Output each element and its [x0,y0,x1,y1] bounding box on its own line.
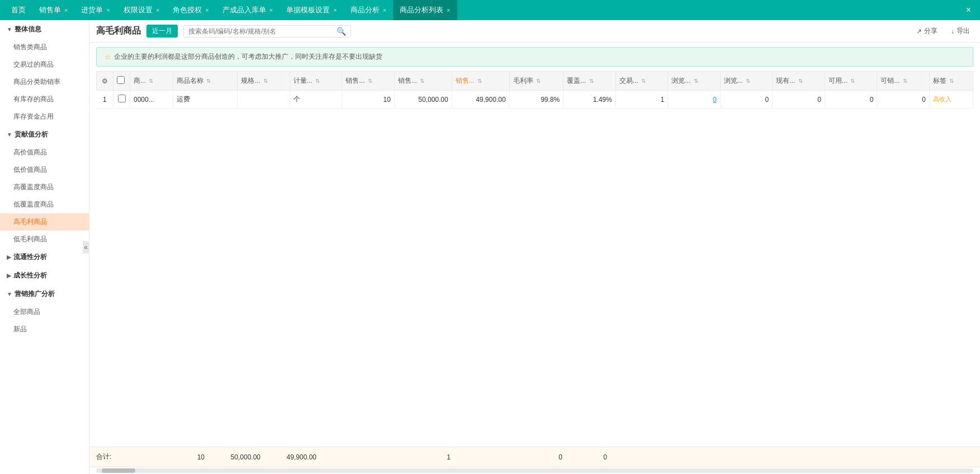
sidebar-section-marketing-label: 营销推广分析 [15,289,55,299]
col-saleable[interactable]: 可销... ⇅ [877,72,930,91]
col-checkbox[interactable] [113,72,130,91]
nav-permissions-close[interactable]: × [156,7,159,13]
sidebar-section-liquidity-arrow: ▶ [7,254,11,260]
footer-sales-qty: 10 [163,453,208,461]
sidebar-item-in-stock[interactable]: 有库存的商品 [0,91,89,108]
col-settings[interactable]: ⚙ [97,72,113,91]
search-input[interactable] [188,27,337,35]
nav-purchase-label: 进货单 [81,5,103,15]
data-table: ⚙ 商... ⇅ 商品名称 ⇅ 规格... ⇅ [96,71,973,109]
nav-sales[interactable]: 销售单 × [32,0,74,20]
nav-product-entry-label: 产成品入库单 [222,5,266,15]
sort-icon-sales-profit: ⇅ [477,78,482,84]
sidebar-section-liquidity[interactable]: ▶ 流通性分析 [0,248,89,266]
sidebar-section-contribution-label: 贡献值分析 [15,130,48,139]
col-available[interactable]: 可用... ⇅ [825,72,877,91]
sidebar-item-traded-goods[interactable]: 交易过的商品 [0,56,89,73]
search-icon[interactable]: 🔍 [337,27,346,36]
content-area: 高毛利商品 近一月 🔍 ↗ 分享 ↓ 导出 ☆ 企业的主要的利润都是这部分商品创… [89,20,980,474]
sidebar-item-low-value[interactable]: 低价值商品 [0,161,89,179]
nav-roles[interactable]: 角色授权 × [166,0,215,20]
col-trade[interactable]: 交易... ⇅ [616,72,668,91]
nav-permissions[interactable]: 权限设置 × [117,0,166,20]
col-coverage[interactable]: 覆盖... ⇅ [564,72,616,91]
sort-icon-view2: ⇅ [746,78,750,84]
table-container[interactable]: ⚙ 商... ⇅ 商品名称 ⇅ 规格... ⇅ [89,71,980,447]
nav-analysis[interactable]: 商品分析 × [344,0,393,20]
nav-sales-close[interactable]: × [64,7,68,13]
col-gross-rate[interactable]: 毛利率 ⇅ [509,72,564,91]
nav-permissions-label: 权限设置 [124,5,153,15]
nav-product-entry[interactable]: 产成品入库单 × [216,0,280,20]
col-sales-amount[interactable]: 销售... ⇅ [394,72,452,91]
col-name[interactable]: 商品名称 ⇅ [173,72,238,91]
col-unit[interactable]: 计量... ⇅ [290,72,342,91]
row-view1[interactable]: 0 [668,91,721,109]
nav-analysis-label: 商品分析 [351,5,380,15]
col-tag[interactable]: 标签 ⇅ [929,72,973,91]
top-navigation: 首页 销售单 × 进货单 × 权限设置 × 角色授权 × 产成品入库单 × 单据… [0,0,980,20]
sidebar-item-sales-goods[interactable]: 销售类商品 [0,39,89,56]
nav-roles-close[interactable]: × [205,7,209,13]
sidebar-section-growth[interactable]: ▶ 成长性分析 [0,266,89,285]
col-view1[interactable]: 浏览... ⇅ [668,72,721,91]
sidebar-item-low-margin[interactable]: 低毛利商品 [0,231,89,248]
col-current-stock[interactable]: 现有... ⇅ [773,72,825,91]
nav-analysis-list-close[interactable]: × [447,7,450,13]
sidebar-section-growth-arrow: ▶ [7,273,11,279]
sidebar-section-marketing[interactable]: ▼ 营销推广分析 [0,285,89,303]
sidebar-item-all-goods[interactable]: 全部商品 [0,303,89,321]
sort-icon-saleable: ⇅ [903,78,907,84]
share-icon: ↗ [916,27,922,35]
share-button[interactable]: ↗ 分享 [913,25,941,37]
row-index: 1 [97,91,113,109]
nav-analysis-close[interactable]: × [383,7,386,13]
col-code[interactable]: 商... ⇅ [130,72,173,91]
col-view2[interactable]: 浏览... ⇅ [720,72,773,91]
sidebar-section-growth-label: 成长性分析 [13,271,47,280]
table-body: 1 0000... 运费 个 10 50,000.00 49,900.00 99… [97,91,973,109]
bottom-scrollbar[interactable] [89,467,980,474]
row-view2: 0 [720,91,773,109]
nav-roles-label: 角色授权 [173,5,202,15]
sort-icon-name: ⇅ [206,78,211,84]
sidebar-item-low-coverage[interactable]: 低覆盖度商品 [0,196,89,213]
nav-purchase-close[interactable]: × [106,7,110,13]
sidebar-item-stock-capital[interactable]: 库存资金占用 [0,108,89,125]
sidebar-item-category-rate[interactable]: 商品分类助销率 [0,73,89,91]
sidebar-item-high-margin[interactable]: 高毛利商品 [0,213,89,231]
sort-icon-spec: ⇅ [263,78,268,84]
sidebar-collapse-button[interactable]: « [83,241,89,254]
nav-template[interactable]: 单据模板设置 × [280,0,343,20]
table-header-row: ⚙ 商... ⇅ 商品名称 ⇅ 规格... ⇅ [97,72,973,91]
footer-sales-profit: 49,900.00 [264,453,320,461]
footer-sales-amount: 50,000.00 [208,453,264,461]
sidebar-section-overall[interactable]: ▼ 整体信息 [0,20,89,39]
window-close-button[interactable]: × [962,5,976,15]
nav-product-entry-close[interactable]: × [269,7,273,13]
col-spec[interactable]: 规格... ⇅ [238,72,290,91]
export-icon: ↓ [951,27,954,35]
select-all-checkbox[interactable] [117,76,125,84]
sidebar-section-contribution[interactable]: ▼ 贡献值分析 [0,125,89,144]
row-checkbox[interactable] [113,91,130,109]
col-sales-profit[interactable]: 销售... ⇅ [452,72,509,91]
row-select-checkbox[interactable] [118,95,126,102]
export-button[interactable]: ↓ 导出 [948,25,973,37]
time-filter-button[interactable]: 近一月 [146,25,178,37]
content-header: 高毛利商品 近一月 🔍 ↗ 分享 ↓ 导出 [89,20,980,43]
col-sales-qty[interactable]: 销售... ⇅ [342,72,395,91]
nav-template-close[interactable]: × [333,7,337,13]
sidebar-item-new-goods[interactable]: 新品 [0,321,89,338]
nav-purchase[interactable]: 进货单 × [74,0,116,20]
nav-home[interactable]: 首页 [4,0,32,20]
nav-analysis-list-label: 商品分析列表 [400,5,443,15]
sidebar-item-high-value[interactable]: 高价值商品 [0,144,89,161]
sort-icon-gross-rate: ⇅ [536,78,541,84]
row-trade: 1 [616,91,668,109]
nav-analysis-list[interactable]: 商品分析列表 × [393,0,457,20]
footer-spacer3 [454,453,487,461]
footer-spacer4 [487,453,521,461]
nav-template-label: 单据模板设置 [286,5,330,15]
sidebar-item-high-coverage[interactable]: 高覆盖度商品 [0,179,89,196]
